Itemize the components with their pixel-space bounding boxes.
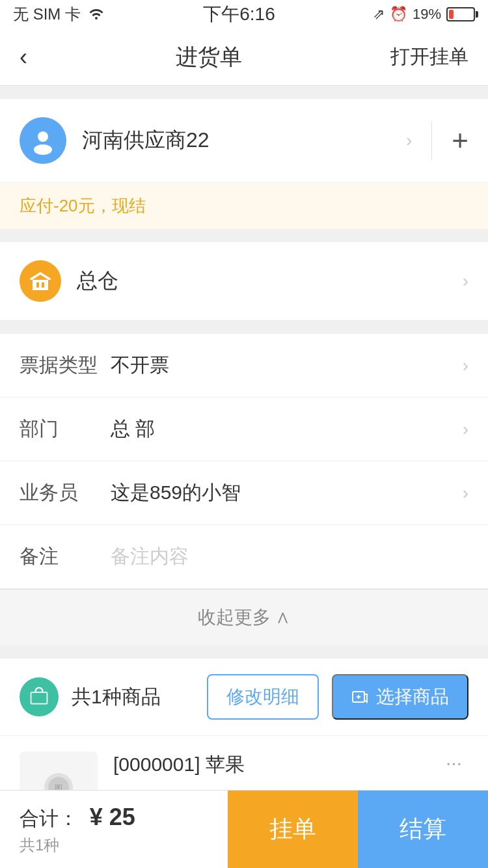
battery-percent: 19%	[413, 6, 441, 23]
sales-value: 这是859的小智	[111, 480, 463, 506]
status-bar: 无 SIM 卡 下午6:16 ⇗ ⏰ 19%	[0, 0, 488, 29]
supplier-avatar	[20, 117, 66, 164]
status-right: ⇗ ⏰ 19%	[373, 6, 475, 23]
remark-input[interactable]: 备注内容	[111, 543, 468, 570]
section-gap-3	[0, 321, 488, 334]
products-icon	[20, 677, 59, 716]
sales-row[interactable]: 业务员 这是859的小智 ›	[0, 461, 488, 525]
battery-icon	[446, 7, 475, 21]
warehouse-chevron-icon: ›	[463, 271, 468, 292]
dept-label: 部门	[20, 416, 111, 442]
total-count: 共1种	[20, 835, 208, 856]
svg-point-1	[34, 144, 52, 155]
carrier-text: 无 SIM 卡	[13, 4, 81, 25]
location-icon: ⇗	[373, 6, 385, 23]
hang-label: 挂单	[269, 813, 316, 845]
dept-chevron-icon: ›	[463, 419, 468, 440]
svg-point-0	[38, 131, 48, 142]
dept-value: 总 部	[111, 416, 463, 442]
open-hang-button[interactable]: 打开挂单	[390, 44, 468, 70]
hang-button[interactable]: 挂单	[228, 791, 358, 869]
form-section: 票据类型 不开票 › 部门 总 部 › 业务员 这是859的小智 › 备注 备注…	[0, 334, 488, 589]
section-gap-1	[0, 86, 488, 99]
footer-total: 合计： ¥ 25 共1种	[0, 804, 228, 856]
warehouse-name: 总仓	[77, 267, 463, 295]
svg-rect-2	[31, 692, 47, 704]
nav-bar: ‹ 进货单 打开挂单	[0, 29, 488, 86]
collapse-label: 收起更多 ∧	[198, 605, 291, 630]
product-code: [0000001]	[113, 753, 206, 775]
wifi-icon	[87, 5, 105, 23]
invoice-chevron-icon: ›	[463, 355, 468, 376]
warehouse-row[interactable]: 总仓 ›	[0, 242, 488, 321]
invoice-row[interactable]: 票据类型 不开票 ›	[0, 334, 488, 398]
status-left: 无 SIM 卡	[13, 4, 105, 25]
select-product-button[interactable]: 选择商品	[332, 674, 468, 720]
section-gap-2	[0, 229, 488, 242]
checkout-button[interactable]: 结算	[358, 791, 488, 869]
sales-chevron-icon: ›	[463, 483, 468, 504]
product-name: [0000001] 苹果	[113, 752, 439, 778]
supplier-divider	[431, 121, 432, 160]
notice-text: 应付-20元，现结	[20, 196, 146, 215]
warehouse-icon	[20, 260, 61, 302]
sales-label: 业务员	[20, 480, 111, 506]
total-amount: ¥ 25	[90, 804, 135, 830]
supplier-row[interactable]: 河南供应商22 › +	[0, 99, 488, 183]
collapse-row[interactable]: 收起更多 ∧	[0, 589, 488, 645]
page-title: 进货单	[176, 42, 242, 72]
product-more-button[interactable]: ···	[439, 752, 468, 774]
remark-label: 备注	[20, 543, 111, 570]
footer: 合计： ¥ 25 共1种 挂单 结算	[0, 790, 488, 868]
select-product-label: 选择商品	[376, 685, 449, 709]
products-count: 共1种商品	[72, 684, 207, 711]
supplier-name: 河南供应商22	[82, 126, 406, 155]
supplier-chevron-icon: ›	[406, 130, 412, 151]
dept-row[interactable]: 部门 总 部 ›	[0, 398, 488, 461]
notice-banner: 应付-20元，现结	[0, 183, 488, 229]
supplier-section: 河南供应商22 › + 应付-20元，现结	[0, 99, 488, 229]
section-gap-4	[0, 645, 488, 658]
product-title: 苹果	[206, 753, 245, 775]
invoice-value: 不开票	[111, 352, 463, 379]
back-button[interactable]: ‹	[20, 44, 27, 71]
add-supplier-button[interactable]: +	[452, 124, 468, 157]
status-time: 下午6:16	[203, 2, 275, 27]
modify-detail-button[interactable]: 修改明细	[207, 674, 319, 720]
checkout-label: 结算	[400, 813, 446, 845]
invoice-label: 票据类型	[20, 352, 111, 379]
total-label: 合计：	[20, 807, 78, 829]
alarm-icon: ⏰	[390, 6, 407, 23]
products-header: 共1种商品 修改明细 选择商品	[0, 658, 488, 736]
remark-row[interactable]: 备注 备注内容	[0, 525, 488, 589]
